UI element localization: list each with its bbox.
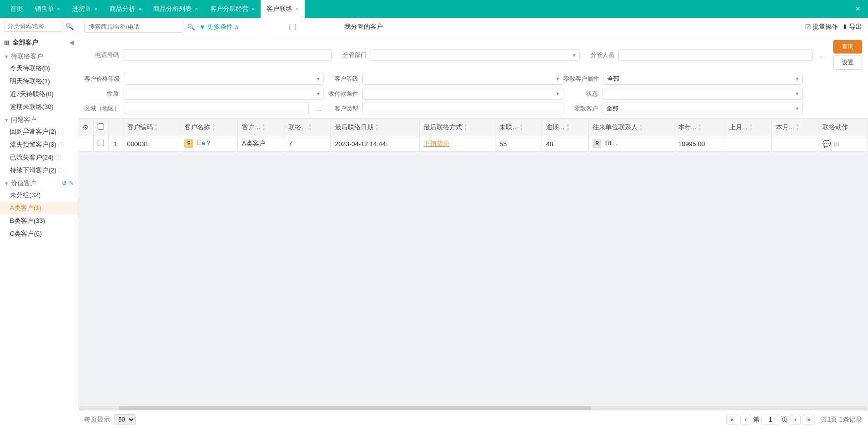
- cust-grade-select[interactable]: [362, 73, 563, 85]
- row-checkbox[interactable]: [98, 140, 104, 146]
- sidebar-collapse-btn[interactable]: ◀: [69, 39, 74, 46]
- type-sort[interactable]: ▲▼: [262, 123, 266, 132]
- close-sales-tab[interactable]: ×: [57, 6, 60, 12]
- sidebar-item-7days[interactable]: 近7天待联络(0): [0, 88, 78, 101]
- last-way-link[interactable]: 下销货单: [424, 140, 449, 147]
- export-btn[interactable]: ⬇ 导出: [842, 22, 862, 31]
- price-grade-select[interactable]: [124, 73, 324, 85]
- close-contact-tab[interactable]: ×: [295, 6, 298, 12]
- sidebar-item-overdue[interactable]: 逾期未联络(30): [0, 101, 78, 113]
- last-month-sort[interactable]: ▲▼: [749, 123, 753, 132]
- close-goods-analysis-tab[interactable]: ×: [138, 6, 141, 12]
- sidebar-item-tomorrow[interactable]: 明天待联络(1): [0, 75, 78, 88]
- th-last-contact-way[interactable]: 最后联络方式 ▲▼: [419, 119, 495, 136]
- close-segment-tab[interactable]: ×: [252, 6, 255, 12]
- action-grid-icon[interactable]: ⊞: [834, 140, 840, 148]
- th-this-month[interactable]: 本月... ▲▼: [771, 119, 818, 136]
- dept-select[interactable]: [371, 49, 580, 61]
- th-contact[interactable]: 联络... ▲▼: [284, 119, 331, 136]
- nav-tab-goods-analysis[interactable]: 商品分析 ×: [104, 0, 147, 18]
- td-action: 💬 ⊞: [818, 136, 868, 152]
- date-sort[interactable]: ▲▼: [375, 123, 379, 132]
- prev-page-btn[interactable]: ‹: [740, 415, 751, 425]
- overdue-sort[interactable]: ▲▼: [566, 123, 570, 132]
- close-purchase-tab[interactable]: ×: [94, 6, 97, 12]
- sidebar-item-b-class[interactable]: B类客户(33): [0, 214, 78, 227]
- nav-home[interactable]: 首页: [4, 0, 29, 18]
- bulk-op-btn[interactable]: ☑ 批量操作: [805, 22, 838, 31]
- select-all-checkbox[interactable]: [98, 123, 104, 130]
- cust-type-input[interactable]: [362, 103, 563, 114]
- nav-tab-purchase[interactable]: 进货单 ×: [66, 0, 103, 18]
- region-dots[interactable]: …: [313, 105, 324, 112]
- last-page-btn[interactable]: »: [803, 415, 815, 425]
- nav-tab-goods-list[interactable]: 商品分析列表 ×: [147, 0, 204, 18]
- nav-tab-sales[interactable]: 销售单 ×: [29, 0, 66, 18]
- page-input[interactable]: [761, 415, 779, 425]
- th-settings[interactable]: ⚙: [78, 119, 93, 136]
- year-sort[interactable]: ▲▼: [698, 123, 702, 132]
- my-customers-checkbox[interactable]: [243, 24, 342, 30]
- refresh-icon[interactable]: ↺: [62, 180, 67, 187]
- nav-tab-customer-segment[interactable]: 客户分层经营 ×: [204, 0, 261, 18]
- th-type[interactable]: 客户... ▲▼: [238, 119, 284, 136]
- next-page-btn[interactable]: ›: [790, 415, 801, 425]
- th-overdue[interactable]: 逾期... ▲▼: [542, 119, 589, 136]
- settings-gear-icon[interactable]: ⚙: [82, 123, 89, 131]
- th-last-contact-date[interactable]: 最后联络日期 ▲▼: [331, 119, 420, 136]
- search-icon[interactable]: 🔍: [187, 23, 195, 31]
- sidebar-search-icon[interactable]: 🔍: [65, 22, 74, 30]
- close-window-icon[interactable]: ×: [852, 4, 864, 13]
- region-input[interactable]: [124, 103, 309, 114]
- my-customers-filter[interactable]: 我分管的客户: [243, 22, 383, 31]
- name-sort[interactable]: ▲▼: [212, 123, 216, 132]
- th-last-month[interactable]: 上月... ▲▼: [725, 119, 772, 136]
- unit-contact-sort[interactable]: ▲▼: [639, 123, 643, 132]
- person-input[interactable]: [618, 49, 813, 61]
- sidebar-item-repurchase-abnormal[interactable]: 回购异常客户(2) ⓘ: [0, 125, 78, 138]
- td-this-month: [771, 136, 818, 152]
- th-unit-contact[interactable]: 往来单位联系人 ▲▼: [589, 119, 674, 136]
- query-btn[interactable]: 查询: [833, 40, 862, 54]
- more-filters-btn[interactable]: ▼ 更多条件 ∧: [199, 22, 239, 31]
- nav-tab-customer-contact[interactable]: 客户联络 ×: [261, 0, 304, 18]
- no-contact-sort[interactable]: ▲▼: [519, 123, 523, 132]
- sidebar-item-declining[interactable]: 持续下滑客户(2) ⓘ: [0, 164, 78, 177]
- pending-contact-group[interactable]: ▼ 待联络客户: [0, 50, 78, 62]
- edit-icon[interactable]: ✎: [69, 180, 74, 187]
- th-no-contact[interactable]: 未联... ▲▼: [495, 119, 542, 136]
- contact-sort[interactable]: ▲▼: [308, 123, 312, 132]
- th-name[interactable]: 客户名称 ▲▼: [180, 119, 238, 136]
- settings-btn[interactable]: 设置: [833, 55, 862, 70]
- action-chat-icon[interactable]: 💬: [822, 140, 831, 148]
- sidebar-item-churned[interactable]: 已流失客户(24) ⓘ: [0, 151, 78, 164]
- td-settings: [78, 136, 93, 152]
- sidebar-search-input[interactable]: [4, 21, 63, 32]
- sidebar-item-today[interactable]: 今天待联络(0): [0, 62, 78, 75]
- retail-attr-select[interactable]: 全部: [603, 73, 803, 85]
- th-code[interactable]: 客户编码 ▲▼: [123, 119, 180, 136]
- way-sort[interactable]: ▲▼: [464, 123, 468, 132]
- code-sort[interactable]: ▲▼: [155, 123, 159, 132]
- sidebar-item-c-class[interactable]: C类客户(6): [0, 227, 78, 240]
- sidebar-item-a-class[interactable]: A类客户(1): [0, 202, 78, 214]
- retail-cust-select[interactable]: 全部: [602, 103, 803, 114]
- phone-input[interactable]: [123, 49, 332, 61]
- all-customers-header[interactable]: ⊞ 全部客户 ◀: [0, 35, 78, 50]
- th-this-year[interactable]: 本年... ▲▼: [674, 119, 725, 136]
- sidebar-item-unclassified[interactable]: 未分组(32): [0, 189, 78, 202]
- search-input[interactable]: [84, 21, 183, 33]
- payment-select[interactable]: [362, 88, 563, 100]
- close-goods-list-tab[interactable]: ×: [195, 6, 198, 12]
- horizontal-scrollbar[interactable]: [78, 405, 868, 411]
- problem-customers-group[interactable]: ▼ 问题客户: [0, 113, 78, 125]
- value-customers-group[interactable]: ▼ 价值客户 ↺ ✎: [0, 177, 78, 189]
- sidebar-item-churn-warning[interactable]: 流失预警客户(3) ⓘ: [0, 138, 78, 151]
- nature-select[interactable]: [123, 88, 324, 100]
- first-page-btn[interactable]: «: [726, 415, 739, 425]
- per-page-select[interactable]: 50: [114, 414, 136, 425]
- person-dots[interactable]: …: [816, 51, 827, 59]
- status-select[interactable]: [602, 88, 803, 100]
- this-month-sort[interactable]: ▲▼: [796, 123, 800, 132]
- scrollbar-thumb[interactable]: [119, 406, 592, 410]
